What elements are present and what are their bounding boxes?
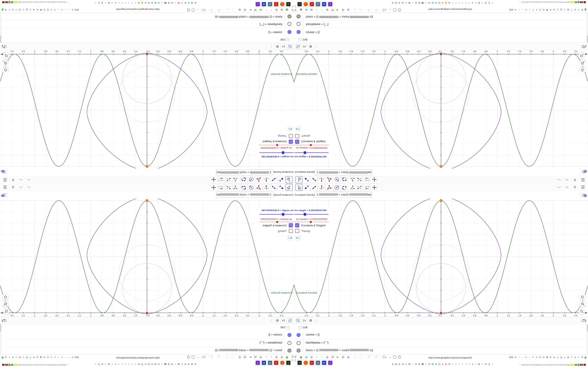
bookmark-favicon[interactable]: ◗: [411, 363, 414, 366]
bookmark-favicon[interactable]: ●: [471, 363, 474, 366]
bookmark-favicon[interactable]: ●: [114, 363, 117, 366]
gear-icon[interactable]: ⚙: [243, 355, 246, 359]
bookmark-favicon[interactable]: ✧: [124, 1, 127, 4]
firefox-icon[interactable]: ●: [250, 8, 252, 12]
ghost-icon[interactable]: ▢: [354, 355, 357, 359]
bookmark-favicon[interactable]: G: [431, 363, 434, 366]
arc-length-slider[interactable]: [294, 152, 329, 153]
thumb-icon[interactable]: ✔: [577, 355, 580, 359]
circle-tool[interactable]: [333, 184, 340, 191]
lock-icon[interactable]: [398, 7, 401, 12]
search-icon[interactable]: ⚲: [10, 185, 16, 190]
bookmark-favicon[interactable]: G: [181, 363, 183, 366]
pen-icon[interactable]: ✎: [53, 355, 56, 359]
funnel-icon[interactable]: Y: [294, 355, 297, 359]
graphics-view[interactable]: -2.4-2.2-2-1.8-1.6-1.4-1.2-1-0.8-0.6-0.4…: [294, 199, 588, 317]
undo-button[interactable]: ↩: [26, 177, 32, 182]
url-text[interactable]: https://www.geogebra.org/classic/aagcxh3…: [428, 356, 472, 359]
firefox-icon[interactable]: ●: [336, 8, 338, 12]
zoom-in-button[interactable]: [2, 60, 9, 66]
curve-max-point[interactable]: [146, 165, 148, 167]
move-view-tool[interactable]: [210, 184, 217, 191]
move-tool[interactable]: [295, 184, 303, 191]
bookmark-favicon[interactable]: ⊕: [401, 1, 404, 4]
bookmark-favicon[interactable]: ⊕: [187, 1, 190, 4]
bookmark-favicon[interactable]: ●: [144, 1, 147, 4]
visibility-toggle[interactable]: [287, 349, 291, 352]
launcher-firefox[interactable]: ◗: [303, 360, 309, 366]
bookmark-favicon[interactable]: Я: [177, 363, 180, 366]
visibility-toggle[interactable]: [297, 341, 301, 345]
shield-icon[interactable]: [393, 7, 397, 12]
reader-icon[interactable]: A: [71, 8, 74, 12]
wrench-icon[interactable]: ⚒: [4, 355, 7, 359]
bookmark-favicon[interactable]: ✧: [475, 1, 477, 4]
tree-view-icon[interactable]: [287, 43, 293, 50]
reflect-tool[interactable]: [225, 184, 232, 191]
camera-icon[interactable]: ◉: [285, 8, 288, 12]
curve-text-label[interactable]: Curvature function: [271, 73, 292, 76]
shield-ud-icon[interactable]: ◘: [567, 8, 570, 12]
bookmark-favicon[interactable]: ⓘ: [147, 363, 150, 366]
point-tool[interactable]: A: [303, 184, 310, 191]
list-row-funcnames[interactable]: funcNames = {" "}: [294, 20, 588, 28]
list-row-funcnames[interactable]: funcNames = {" "}: [294, 339, 588, 347]
counter-zero[interactable]: ⓪: [46, 355, 49, 359]
step-forward-button[interactable]: ▶❙: [295, 127, 301, 131]
indicator-dot[interactable]: ◦: [372, 9, 372, 12]
add-icon[interactable]: ✚: [39, 355, 42, 359]
indicator-dot[interactable]: ◦: [223, 355, 224, 358]
reflect-tool[interactable]: [356, 176, 363, 183]
bookmark-favicon[interactable]: G: [405, 1, 407, 4]
gear-icon[interactable]: ⚙: [342, 355, 345, 359]
counter-zero[interactable]: ⓪: [539, 8, 542, 12]
bookmark-favicon[interactable]: G: [415, 1, 417, 4]
graphics-view[interactable]: -2.4-2.2-2-1.8-1.6-1.4-1.2-1-0.8-0.6-0.4…: [0, 199, 294, 317]
slider-tool[interactable]: a = 2: [363, 176, 370, 183]
slider-tool[interactable]: a = 2: [218, 184, 225, 191]
move-tool[interactable]: [285, 184, 293, 191]
gear-icon[interactable]: ⚙: [43, 355, 46, 359]
ghost-icon[interactable]: ▢: [226, 8, 229, 12]
bookmark-favicon[interactable]: ✧: [468, 1, 470, 4]
globe-color-icon[interactable]: ◍: [560, 8, 563, 12]
thumb-icon[interactable]: ✔: [577, 8, 580, 12]
zoom-out-button[interactable]: [3, 308, 9, 315]
indicator-dot[interactable]: ◦: [372, 355, 372, 358]
arc-position-slider-knob[interactable]: [276, 144, 278, 146]
bookmark-favicon[interactable]: ●: [441, 1, 444, 4]
bookmark-favicon[interactable]: ✧: [121, 363, 123, 366]
bookmark-favicon[interactable]: ✧: [458, 363, 460, 366]
bookmark-favicon[interactable]: ⚙: [484, 1, 487, 4]
kebab-menu-icon[interactable]: ⋮: [314, 43, 320, 50]
ghost-icon[interactable]: ▢: [359, 8, 362, 12]
graphics-view[interactable]: -2.4-2.2-2-1.8-1.6-1.4-1.2-1-0.8-0.6-0.4…: [294, 50, 588, 168]
undo-button[interactable]: ↩: [26, 185, 32, 190]
bookmark-favicon[interactable]: G: [108, 363, 110, 366]
bin-icon[interactable]: ▯: [563, 8, 566, 12]
list-row-funcnames[interactable]: funcNames = {" "}: [0, 20, 294, 28]
globe-icon[interactable]: ⊕: [275, 8, 278, 12]
globe-icon[interactable]: ⊕: [326, 8, 329, 12]
bookmark-favicon[interactable]: G: [167, 1, 170, 4]
circle-tool[interactable]: [333, 176, 340, 183]
bookmark-favicon[interactable]: ✧: [481, 1, 484, 4]
gauge-icon[interactable]: ◔: [266, 8, 268, 12]
globe-icon[interactable]: ⊕: [310, 8, 313, 12]
undo-button[interactable]: ↩: [556, 185, 562, 190]
list-row-curves[interactable]: curves = {}: [294, 331, 588, 339]
bookmark-favicon[interactable]: ✧: [118, 363, 120, 366]
bookmark-favicon[interactable]: ✧: [425, 363, 427, 366]
curve-max-point[interactable]: [146, 200, 148, 202]
bookmark-favicon[interactable]: ▦: [141, 1, 143, 4]
wrench-icon[interactable]: ⚒: [331, 355, 334, 359]
ellipse-tool[interactable]: [241, 184, 247, 191]
slider-tool[interactable]: a = 2: [218, 176, 225, 183]
bookmark-favicon[interactable]: G: [157, 363, 160, 366]
bookmark-favicon[interactable]: ✧: [121, 1, 123, 4]
back-arrow-icon[interactable]: ←: [196, 355, 199, 359]
algebra-view-icon[interactable]: [1, 317, 7, 324]
arc-position-point[interactable]: [146, 53, 148, 55]
undo-button[interactable]: ↩: [556, 177, 562, 182]
graphics-stylebar-button[interactable]: [580, 168, 588, 175]
